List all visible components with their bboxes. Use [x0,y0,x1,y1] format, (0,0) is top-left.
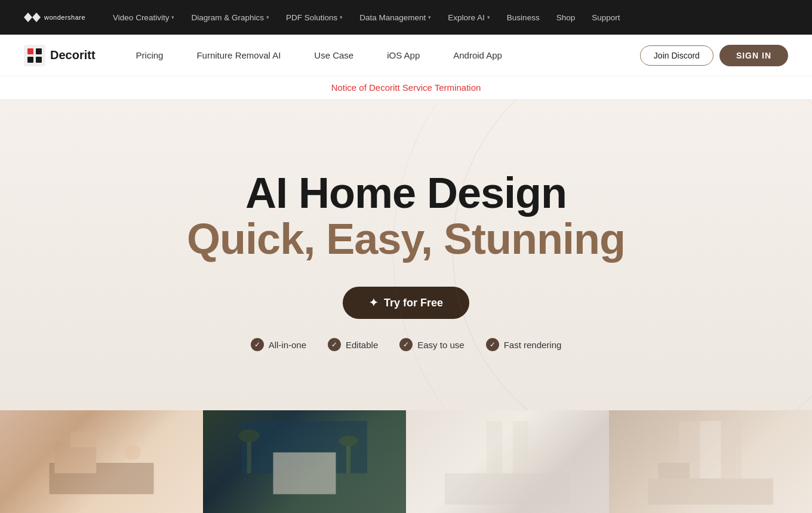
try-for-free-button[interactable]: ✦ Try for Free [343,287,469,319]
feature-badge-fast-rendering: ✓ Fast rendering [486,338,562,351]
subnav-android-app[interactable]: Android App [436,35,519,76]
svg-rect-3 [27,57,33,63]
check-icon: ✓ [328,338,341,351]
svg-rect-7 [70,431,97,447]
wondershare-logo-area[interactable]: wondershare [24,11,85,23]
check-icon: ✓ [486,338,499,351]
svg-rect-0 [24,45,45,66]
gallery-item-2[interactable] [203,410,406,513]
feature-label: Fast rendering [504,340,562,350]
svg-rect-1 [27,48,33,54]
feature-label: Editable [346,340,378,350]
decoritt-brand-label: Decoritt [50,48,96,62]
top-nav-items: Video Creativity ▾ Diagram & Graphics ▾ … [104,0,788,35]
svg-rect-2 [36,48,42,54]
sub-nav-items: Pricing Furniture Removal AI Use Case iO… [119,35,640,76]
wondershare-label: wondershare [44,14,85,21]
svg-rect-10 [273,452,336,494]
nav-item-business[interactable]: Business [499,0,548,35]
chevron-down-icon: ▾ [340,14,343,20]
room-visual-1 [0,410,203,513]
nav-item-support[interactable]: Support [583,0,628,35]
room-visual-3 [406,410,609,513]
nav-item-diagram-graphics[interactable]: Diagram & Graphics ▾ [183,0,278,35]
chevron-down-icon: ▾ [266,14,269,20]
svg-rect-13 [346,442,350,474]
svg-rect-11 [247,437,251,473]
svg-point-8 [125,444,140,460]
gallery-section [0,410,812,513]
chevron-down-icon: ▾ [171,14,174,20]
check-icon: ✓ [251,338,264,351]
top-navigation: wondershare Video Creativity ▾ Diagram &… [0,0,812,35]
gallery-item-4[interactable] [609,410,812,513]
hero-section: AI Home Design Quick, Easy, Stunning ✦ T… [0,100,812,410]
feature-label: Easy to use [417,340,464,350]
hero-title-main: AI Home Design [245,171,567,216]
gallery-item-1[interactable] [0,410,203,513]
sparkle-icon: ✦ [369,296,378,309]
sub-nav-right: Join Discord SIGN IN [640,45,788,66]
gallery-item-3[interactable] [406,410,609,513]
check-icon: ✓ [399,338,413,351]
subnav-pricing[interactable]: Pricing [119,35,180,76]
feature-badge-easy-to-use: ✓ Easy to use [399,338,464,351]
notice-text: Notice of Decoritt Service Termination [331,82,481,93]
svg-rect-4 [36,57,42,63]
svg-rect-21 [721,421,742,484]
chevron-down-icon: ▾ [487,14,490,20]
svg-rect-23 [648,478,773,505]
nav-item-pdf-solutions[interactable]: PDF Solutions ▾ [278,0,351,35]
hero-cta-wrapper: ✦ Try for Free [343,287,469,319]
svg-rect-18 [445,473,570,505]
svg-point-14 [339,435,358,446]
feature-badge-editable: ✓ Editable [328,338,378,351]
subnav-ios-app[interactable]: iOS App [370,35,436,76]
subnav-furniture-removal[interactable]: Furniture Removal AI [180,35,297,76]
nav-item-shop[interactable]: Shop [548,0,584,35]
notice-bar[interactable]: Notice of Decoritt Service Termination [0,76,812,100]
room-visual-2 [203,410,406,513]
join-discord-button[interactable]: Join Discord [640,45,713,66]
sign-in-button[interactable]: SIGN IN [719,45,788,66]
nav-item-explore-ai[interactable]: Explore AI ▾ [439,0,499,35]
hero-title-sub: Quick, Easy, Stunning [187,216,625,263]
subnav-use-case[interactable]: Use Case [297,35,370,76]
sub-navigation: Decoritt Pricing Furniture Removal AI Us… [0,35,812,76]
nav-item-data-management[interactable]: Data Management ▾ [351,0,439,35]
room-visual-4 [609,410,812,513]
feature-label: All-in-one [269,340,306,350]
nav-item-video-creativity[interactable]: Video Creativity ▾ [104,0,183,35]
feature-badges: ✓ All-in-one ✓ Editable ✓ Easy to use ✓ … [251,338,562,351]
svg-point-12 [239,429,260,442]
wondershare-logo[interactable]: wondershare [24,11,85,23]
chevron-down-icon: ▾ [428,14,431,20]
decoritt-logo[interactable]: Decoritt [24,45,96,66]
feature-badge-all-in-one: ✓ All-in-one [251,338,306,351]
try-for-free-label: Try for Free [384,297,443,309]
